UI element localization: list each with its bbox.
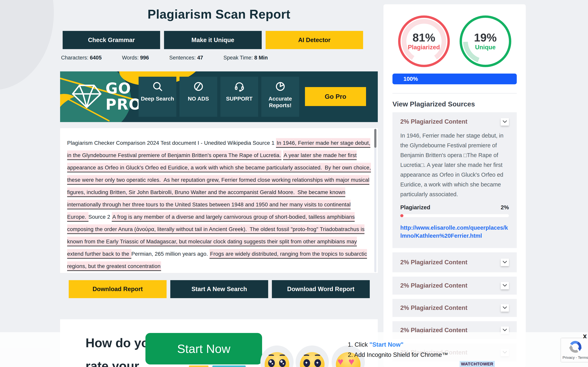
document-stats: Characters: 6405Words: 996Sentences: 47S…: [61, 55, 268, 61]
expand-source-button[interactable]: [501, 282, 509, 289]
chevron-down-icon: [503, 306, 507, 310]
promo-step-1: 1. Click "Start Now": [348, 340, 448, 350]
pro-feature-accurate-reports-: Accurate Reports!: [261, 77, 299, 117]
start-a-new-search-button[interactable]: Start A New Search: [170, 280, 268, 298]
report-action-row: Download ReportStart A New SearchDownloa…: [69, 280, 370, 298]
scanned-document-panel: Plagiarism Checker Comparison 2024 Test …: [60, 128, 378, 273]
check-grammar-button[interactable]: Check Grammar: [63, 31, 160, 49]
promo-step-2: 2. Add Incognito Shield for Chrome™: [348, 350, 448, 360]
hidden-emoji-peek: [189, 366, 208, 367]
stat-sentences: Sentences: 47: [169, 55, 203, 61]
pro-feature-label: SUPPORT: [226, 95, 253, 102]
divider: [392, 93, 517, 93]
pro-features: Deep SearchNO ADSSUPPORTAccurate Reports…: [139, 77, 299, 117]
recaptcha-icon: [568, 339, 583, 355]
start-now-button[interactable]: Start Now: [145, 333, 262, 365]
source-card-expanded: 2% Plagiarized Content In 1946, Ferrier …: [392, 112, 517, 248]
diamond-icon: [71, 83, 102, 109]
chevron-down-icon: [503, 329, 507, 332]
source-meter-track: [400, 214, 509, 217]
chevron-down-icon: [503, 261, 507, 264]
corner-decoration: [0, 0, 54, 90]
source-link[interactable]: http://www.elisarolle.com/queerplaces/kl…: [400, 224, 509, 240]
search-icon: [152, 81, 163, 93]
no-ads-icon: [193, 81, 204, 93]
source-card-collapsed: 2% Plagiarized Content: [392, 299, 517, 317]
start-now-link-text[interactable]: "Start Now": [369, 341, 403, 348]
top-button-row: Check GrammarMake it UniqueAI Detector: [63, 31, 363, 49]
plagiarized-label: Plagiarized: [408, 44, 440, 51]
stat-words: Words: 996: [122, 55, 149, 61]
chevron-down-icon: [503, 120, 507, 124]
scanned-document-text: Plagiarism Checker Comparison 2024 Test …: [67, 137, 371, 272]
watchtower-logo: WATCHTOWER: [460, 361, 495, 367]
pro-feature-label: Deep Search: [141, 95, 174, 102]
plagiarized-gauge: 81% Plagiarized: [398, 15, 450, 67]
source-excerpt: In 1946, Ferrier made her stage debut, i…: [400, 131, 509, 199]
ai-detector-button[interactable]: AI Detector: [266, 31, 363, 49]
headset-icon: [234, 81, 245, 93]
make-it-unique-button[interactable]: Make it Unique: [164, 31, 262, 49]
pie-chart-icon: [275, 81, 286, 93]
document-scrollbar-track[interactable]: [374, 129, 376, 272]
collapse-source-button[interactable]: [501, 118, 509, 125]
stat-characters: Characters: 6405: [61, 55, 102, 61]
plagiarized-percentage: 81%: [412, 32, 435, 43]
expand-source-button[interactable]: [501, 304, 509, 312]
go-pro-button[interactable]: Go Pro: [305, 87, 366, 106]
pro-feature-label: Accurate Reports!: [261, 95, 299, 109]
promo-instructions: 1. Click "Start Now" 2. Add Incognito Sh…: [348, 340, 448, 360]
recaptcha-privacy-terms[interactable]: Privacy - Terms: [562, 355, 588, 360]
pro-feature-deep-search: Deep Search: [139, 77, 176, 117]
source-meter-fill: [400, 214, 403, 217]
recaptcha-badge[interactable]: Privacy - Terms: [561, 338, 588, 362]
source-title: 2% Plagiarized Content: [400, 304, 468, 311]
download-report-button[interactable]: Download Report: [69, 280, 167, 298]
chevron-down-icon: [503, 284, 507, 287]
unique-text-run: [281, 152, 283, 158]
scan-progress-bar: 100%: [392, 74, 517, 84]
unique-text-run: Permian, 265 million years ago.: [131, 251, 209, 257]
star-eyes-emoji[interactable]: ✦✦: [300, 352, 324, 367]
source-title: 2% Plagiarized Content: [400, 259, 468, 266]
go-pro-banner: GO PRO Deep SearchNO ADSSUPPORTAccurate …: [60, 71, 378, 122]
plagiarism-report-page: Plagiarism Scan Report Check GrammarMake…: [0, 0, 588, 367]
sources-heading: View Plagiarized Sources: [392, 100, 517, 108]
go-pro-logo-text: GO PRO: [105, 80, 142, 112]
score-gauges: 81% Plagiarized 19% Unique: [392, 15, 517, 67]
source-meter-value: 2%: [501, 204, 509, 211]
rating-heading-line2: rate your: [85, 359, 139, 367]
unique-text-run: Source 2: [88, 214, 112, 220]
page-title: Plagiarism Scan Report: [60, 7, 378, 22]
source-title: 2% Plagiarized Content: [400, 282, 468, 289]
pro-feature-label: NO ADS: [188, 95, 209, 102]
stat-speaktime: Speak Time: 8 Min: [223, 55, 268, 61]
unique-label: Unique: [475, 44, 496, 51]
source-meter-label: Plagiarized: [400, 204, 430, 211]
unique-percentage: 19%: [474, 32, 497, 43]
expand-source-button[interactable]: [501, 259, 509, 266]
pro-feature-support: SUPPORT: [220, 77, 258, 117]
grin-big-eyes-emoji[interactable]: [265, 352, 289, 367]
unique-text-run: Plagiarism Checker Comparison 2024 Test …: [67, 140, 276, 146]
pro-feature-no-ads: NO ADS: [179, 77, 217, 117]
source-card-collapsed: 2% Plagiarized Content: [392, 277, 517, 295]
source-card-collapsed: 2% Plagiarized Content: [392, 252, 517, 272]
source-title: 2% Plagiarized Content: [400, 118, 468, 125]
document-scrollbar-thumb[interactable]: [374, 129, 376, 148]
hidden-emoji-peek: [212, 366, 246, 367]
scan-progress-value: 100%: [392, 76, 418, 82]
download-word-report-button[interactable]: Download Word Report: [272, 280, 370, 298]
results-sidebar: 81% Plagiarized 19% Unique 100% View Pla…: [383, 4, 526, 367]
unique-gauge: 19% Unique: [460, 15, 511, 67]
